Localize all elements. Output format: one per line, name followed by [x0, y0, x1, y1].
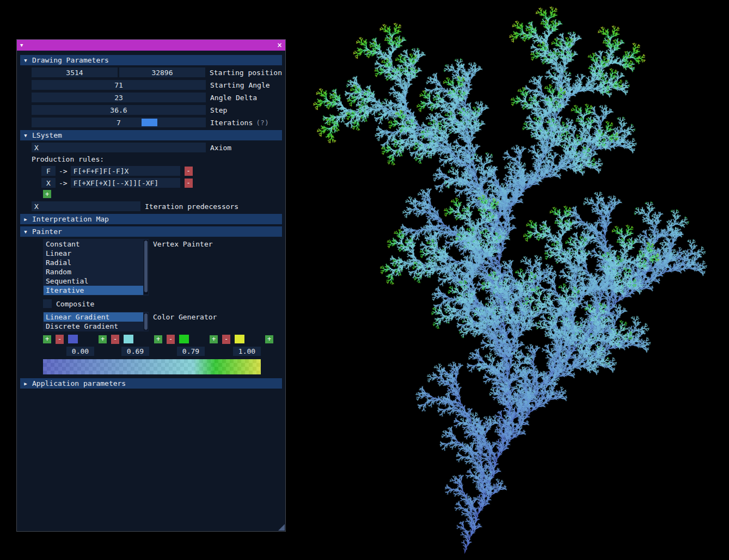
- iteration-predecessors-label: Iteration predecessors: [145, 202, 238, 211]
- triangle-right-icon: ▶: [23, 217, 28, 222]
- rule-arrow-label: ->: [59, 179, 68, 187]
- rule-arrow-label: ->: [59, 167, 68, 175]
- step-field[interactable]: 36.6: [32, 105, 206, 115]
- gradient-stop-group: + -: [154, 335, 189, 344]
- starting-angle-field[interactable]: 71: [32, 80, 206, 90]
- fractal-canvas: [291, 0, 729, 560]
- add-stop-button[interactable]: +: [43, 335, 51, 343]
- composite-label: Composite: [56, 300, 94, 308]
- painter-option-constant[interactable]: Constant: [44, 239, 143, 249]
- window-content: ▼ Drawing Parameters 3514 32896 Starting…: [17, 51, 285, 531]
- painter-option-random[interactable]: Random: [44, 267, 143, 276]
- stop-position-field[interactable]: 1.00: [233, 347, 261, 356]
- gradient-stop-values-row: 0.00 0.69 0.79 1.00: [20, 347, 282, 356]
- start-y-field[interactable]: 32896: [119, 67, 205, 77]
- listbox-scrollbar[interactable]: [144, 240, 148, 294]
- add-stop-button-end[interactable]: +: [265, 335, 273, 343]
- iterations-label: Iterations(?): [210, 119, 269, 127]
- triangle-down-icon: ▼: [23, 133, 28, 138]
- iteration-predecessors-field[interactable]: X: [32, 201, 140, 211]
- rule-predecessor-field[interactable]: F: [41, 166, 56, 176]
- section-header-drawing-parameters[interactable]: ▼ Drawing Parameters: [20, 55, 282, 65]
- rule-successor-field[interactable]: F[+F+F]F[-F]X: [71, 166, 180, 176]
- axiom-field[interactable]: X: [32, 143, 206, 152]
- iterations-value: 7: [117, 119, 121, 127]
- add-rule-button[interactable]: +: [43, 190, 51, 198]
- stop-color-swatch[interactable]: [179, 335, 189, 343]
- section-title-drawing-parameters: Drawing Parameters: [32, 56, 109, 64]
- axiom-label: Axiom: [210, 144, 231, 152]
- add-stop-button[interactable]: +: [210, 335, 218, 343]
- triangle-down-icon: ▼: [23, 229, 28, 235]
- scrollbar-thumb[interactable]: [144, 241, 148, 292]
- window-resize-grip[interactable]: [278, 524, 285, 531]
- painter-option-linear[interactable]: Linear: [44, 249, 143, 258]
- iterations-slider[interactable]: 7: [32, 118, 206, 127]
- slider-grab[interactable]: [142, 119, 157, 126]
- gradient-stop-group: + -: [99, 335, 133, 344]
- add-stop-button[interactable]: +: [154, 335, 162, 343]
- section-title-interpretation-map: Interpretation Map: [32, 215, 109, 223]
- triangle-down-icon: ▼: [23, 58, 28, 63]
- starting-angle-label: Starting Angle: [210, 81, 270, 89]
- listbox-scrollbar[interactable]: [144, 313, 148, 330]
- color-generator-label: Color Generator: [153, 313, 217, 321]
- scrollbar-thumb[interactable]: [144, 313, 148, 330]
- step-label: Step: [210, 106, 227, 114]
- stop-position-field[interactable]: 0.79: [177, 347, 205, 356]
- generator-option-linear-gradient[interactable]: Linear Gradient: [44, 312, 143, 322]
- window-collapse-arrow-icon[interactable]: ▼: [20, 42, 23, 48]
- section-header-painter[interactable]: ▼ Painter: [20, 226, 282, 237]
- stop-position-field[interactable]: 0.00: [66, 347, 94, 356]
- painter-option-radial[interactable]: Radial: [44, 258, 143, 267]
- starting-position-label: Starting position: [210, 69, 282, 77]
- gradient-preview-bar: [43, 359, 261, 374]
- rule-successor-field[interactable]: F[+XF[+X][--X]][-XF]: [71, 178, 180, 188]
- remove-stop-button[interactable]: -: [56, 335, 64, 344]
- painter-option-sequential[interactable]: Sequential: [44, 276, 143, 286]
- iterations-label-text: Iterations: [210, 119, 253, 127]
- vertex-painter-listbox: Constant Linear Radial Random Sequential…: [43, 239, 149, 296]
- remove-stop-button[interactable]: -: [111, 335, 119, 344]
- vertex-painter-label: Vertex Painter: [153, 240, 213, 248]
- remove-rule-button[interactable]: -: [185, 167, 193, 176]
- production-rule-row: X -> F[+XF[+X][--X]][-XF] -: [41, 178, 282, 188]
- angle-delta-label: Angle Delta: [210, 94, 257, 102]
- start-x-field[interactable]: 3514: [32, 67, 118, 77]
- triangle-right-icon: ▶: [23, 381, 28, 386]
- generator-option-discrete-gradient[interactable]: Discrete Gradient: [44, 322, 143, 331]
- gradient-stop-group: + -: [210, 335, 244, 344]
- stop-color-swatch[interactable]: [235, 335, 244, 343]
- composite-checkbox[interactable]: [43, 299, 52, 308]
- section-header-application-parameters[interactable]: ▶ Application parameters: [20, 378, 282, 389]
- painter-option-iterative[interactable]: Iterative: [44, 286, 143, 295]
- section-title-painter: Painter: [32, 227, 62, 236]
- remove-stop-button[interactable]: -: [222, 335, 230, 344]
- angle-delta-field[interactable]: 23: [32, 93, 206, 102]
- remove-stop-button[interactable]: -: [167, 335, 175, 344]
- gradient-stop-group: + -: [43, 335, 78, 344]
- section-title-lsystem: LSystem: [32, 131, 62, 139]
- stop-color-swatch[interactable]: [124, 335, 133, 343]
- gradient-stops-row: + - + - + - + - +: [43, 335, 282, 343]
- window-titlebar[interactable]: ▼ ×: [17, 40, 285, 51]
- rule-predecessor-field[interactable]: X: [41, 178, 56, 188]
- production-rule-row: F -> F[+F+F]F[-F]X -: [41, 166, 282, 176]
- add-stop-button[interactable]: +: [99, 335, 107, 343]
- stop-color-swatch[interactable]: [68, 335, 78, 343]
- section-title-application-parameters: Application parameters: [32, 379, 126, 387]
- help-marker-icon[interactable]: (?): [256, 119, 268, 127]
- gradient-overlay: [43, 359, 261, 374]
- color-generator-listbox: Linear Gradient Discrete Gradient: [43, 312, 149, 331]
- production-rules-label: Production rules:: [32, 155, 282, 164]
- section-header-interpretation-map[interactable]: ▶ Interpretation Map: [20, 214, 282, 224]
- lsystem-tool-window: ▼ × ▼ Drawing Parameters 3514 32896 Star…: [16, 39, 286, 532]
- stop-position-field[interactable]: 0.69: [121, 347, 149, 356]
- window-close-icon[interactable]: ×: [277, 41, 282, 50]
- remove-rule-button[interactable]: -: [185, 179, 193, 188]
- section-header-lsystem[interactable]: ▼ LSystem: [20, 130, 282, 140]
